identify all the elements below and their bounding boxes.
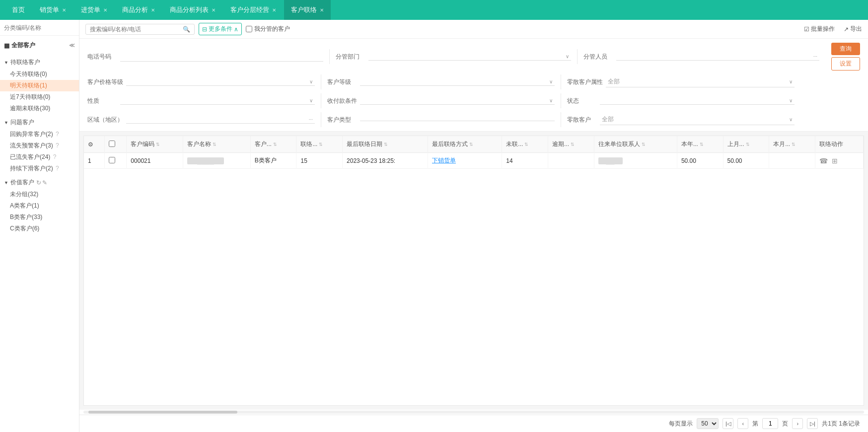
chevron-down-icon-level: ∨	[549, 79, 553, 84]
filter-label-manager: 分管人员	[583, 53, 613, 61]
sidebar-item-ungrouped[interactable]: 未分组(32)	[0, 189, 79, 200]
nav-close-product-analysis-list[interactable]: ✕	[212, 7, 216, 13]
nav-purchase-order[interactable]: 进货单 ✕	[74, 0, 114, 20]
nav-close-sales-order[interactable]: ✕	[62, 7, 66, 13]
batch-op-button[interactable]: ☑ 批量操作	[804, 25, 835, 33]
sidebar-item-class-b[interactable]: B类客户(33)	[0, 212, 79, 223]
filter-divider-8	[561, 112, 561, 127]
sidebar-item-class-c[interactable]: C类客户(6)	[0, 223, 79, 234]
sidebar-item-class-a[interactable]: A类客户(1)	[0, 200, 79, 212]
nav-close-purchase-order[interactable]: ✕	[103, 7, 107, 13]
current-page-input[interactable]	[762, 418, 778, 429]
grid-action-icon[interactable]: ⊞	[832, 157, 838, 165]
sidebar-item-churn-warning[interactable]: 流失预警客户(3) ?	[0, 140, 79, 151]
filter-select-retail-customer[interactable]: 全部 ∨	[600, 114, 795, 125]
nav-home[interactable]: 首页	[5, 0, 32, 20]
filter-select-customer-level[interactable]: ∨	[360, 78, 555, 86]
filter-search-input[interactable]	[90, 26, 181, 33]
th-gear[interactable]: ⚙	[84, 136, 104, 153]
nav-sales-order[interactable]: 销货单 ✕	[33, 0, 73, 20]
my-customers-checkbox[interactable]: 我分管的客户	[246, 25, 290, 33]
value-customers-label: 价值客户	[10, 178, 34, 187]
next-page-button[interactable]: ›	[792, 418, 803, 429]
filter-select-nature[interactable]: ∨	[120, 97, 315, 105]
sidebar-item-tomorrow-contact[interactable]: 明天待联络(1)	[0, 80, 79, 91]
th-contact-count[interactable]: 联络... ⇅	[296, 136, 343, 153]
prev-page-button[interactable]: ‹	[737, 418, 748, 429]
sidebar-item-repurchase-anomaly[interactable]: 回购异常客户(2) ?	[0, 129, 79, 140]
contact-method-link[interactable]: 下销货单	[432, 157, 456, 164]
filter-label-nature: 性质	[87, 97, 117, 105]
filter-search-icon[interactable]: 🔍	[183, 26, 190, 33]
sort-icon-person: ⇅	[642, 142, 646, 147]
filter-select-price-level[interactable]: ∨	[126, 78, 315, 86]
nav-close-customer-contact[interactable]: ✕	[320, 7, 324, 13]
th-last-month[interactable]: 上月... ⇅	[723, 136, 769, 153]
sort-icon-this-month: ⇅	[792, 142, 796, 147]
chevron-down-icon-payment: ∨	[549, 98, 553, 103]
first-page-button[interactable]: |◁	[723, 418, 733, 429]
filter-label-retail-attr: 零散客户属性	[567, 78, 603, 86]
th-last-contact-date[interactable]: 最后联络日期 ⇅	[343, 136, 428, 153]
query-button[interactable]: 查询	[831, 43, 860, 55]
refresh-icon[interactable]: ↻	[36, 179, 41, 186]
pending-contact-header[interactable]: ▼ 待联络客户	[0, 56, 79, 69]
export-button[interactable]: ↗ 导出	[844, 25, 862, 33]
filter-label-region: 区域（地区）	[87, 116, 123, 124]
th-this-month[interactable]: 本月... ⇅	[769, 136, 815, 153]
nav-customer-contact[interactable]: 客户联络 ✕	[284, 0, 331, 20]
nav-close-customer-tier[interactable]: ✕	[272, 7, 276, 13]
th-customer-type[interactable]: 客户... ⇅	[250, 136, 296, 153]
filter-label-payment: 收付款条件	[327, 97, 357, 105]
data-table: ⚙ 客户编码 ⇅	[84, 136, 864, 169]
td-checkbox[interactable]	[104, 153, 127, 169]
nav-product-analysis[interactable]: 商品分析 ✕	[115, 0, 162, 20]
filter-select-status[interactable]: ∨	[600, 97, 795, 105]
sidebar-item-overdue-contact[interactable]: 逾期未联络(30)	[0, 103, 79, 114]
filter-select-dept[interactable]: ∨	[368, 53, 572, 61]
edit-icon[interactable]: ✎	[42, 179, 47, 186]
th-last-contact-method[interactable]: 最后联络方式 ⇅	[428, 136, 502, 153]
filter-select-customer-type[interactable]	[360, 119, 555, 121]
last-page-button[interactable]: ▷|	[807, 418, 818, 429]
td-this-year: 50.00	[677, 153, 723, 169]
th-contact-person[interactable]: 往来单位联系人 ⇅	[594, 136, 677, 153]
select-all-checkbox[interactable]	[109, 141, 115, 147]
filter-input-phone[interactable]	[120, 52, 323, 62]
td-last-contact-method[interactable]: 下销货单	[428, 153, 502, 169]
row-checkbox[interactable]	[109, 157, 115, 163]
filter-select-retail-attr[interactable]: 全部 ∨	[606, 76, 795, 87]
th-customer-code[interactable]: 客户编码 ⇅	[127, 136, 183, 153]
filter-select-region[interactable]: ···	[126, 116, 315, 124]
grid-icon: ▦	[4, 42, 9, 49]
page-size-select[interactable]: 50	[697, 418, 719, 429]
filter-field-payment: 收付款条件 ∨	[327, 97, 555, 105]
sidebar-item-churned[interactable]: 已流失客户(24) ?	[0, 151, 79, 163]
more-filter-button[interactable]: ⊟ 更多条件 ∧	[199, 23, 242, 35]
sidebar-item-today-contact[interactable]: 今天待联络(0)	[0, 69, 79, 80]
filter-select-payment[interactable]: ∨	[360, 97, 555, 105]
problem-customers-section: ▼ 问题客户 回购异常客户(2) ? 流失预警客户(3) ? 已流失客户(24)…	[0, 115, 79, 175]
sidebar-search-input[interactable]	[4, 24, 78, 31]
nav-customer-tier[interactable]: 客户分层经营 ✕	[223, 0, 283, 20]
my-customers-check-input[interactable]	[246, 26, 252, 32]
th-overdue[interactable]: 逾期... ⇅	[548, 136, 594, 153]
sidebar-item-7day-contact[interactable]: 近7天待联络(0)	[0, 91, 79, 103]
phone-action-icon[interactable]: ☎	[819, 157, 828, 165]
help-icon-1: ?	[56, 131, 59, 138]
collapse-icon[interactable]: ≪	[69, 42, 75, 49]
scrollbar-thumb[interactable]	[88, 411, 237, 414]
nav-product-analysis-list[interactable]: 商品分析列表 ✕	[163, 0, 222, 20]
nav-close-product-analysis[interactable]: ✕	[151, 7, 155, 13]
all-customers-header[interactable]: ▦ 全部客户 ≪	[0, 39, 79, 52]
problem-customers-header[interactable]: ▼ 问题客户	[0, 116, 79, 129]
value-customers-header[interactable]: ▼ 价值客户 ↻ ✎	[0, 176, 79, 189]
horizontal-scrollbar[interactable]	[79, 410, 868, 415]
th-customer-name[interactable]: 客户名称 ⇅	[183, 136, 250, 153]
set-button[interactable]: 设置	[831, 57, 860, 71]
th-uncontact-days[interactable]: 未联... ⇅	[502, 136, 548, 153]
th-checkbox[interactable]	[104, 136, 127, 153]
th-this-year[interactable]: 本年... ⇅	[677, 136, 723, 153]
sidebar-item-declining[interactable]: 持续下滑客户(2) ?	[0, 163, 79, 174]
filter-select-manager[interactable]: ···	[616, 53, 819, 61]
